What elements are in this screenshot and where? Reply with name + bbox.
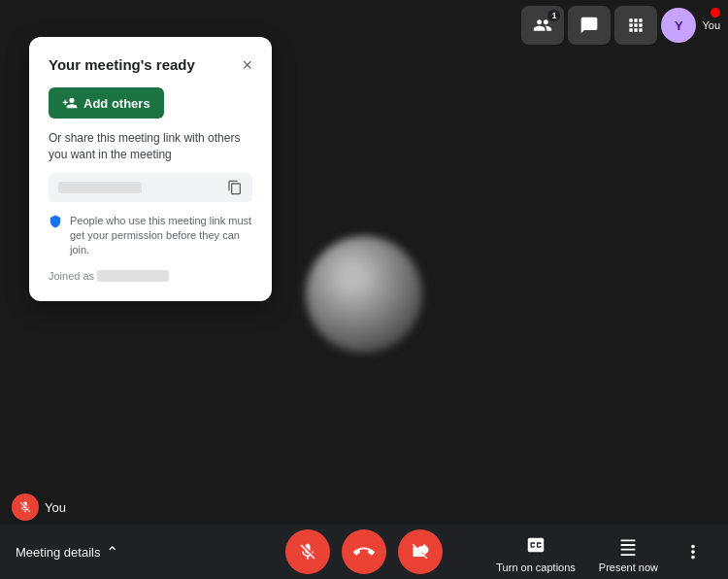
participant-video bbox=[306, 236, 422, 353]
bottom-bar: Meeting details ⌃ Turn on cap bbox=[0, 525, 728, 579]
present-icon bbox=[614, 531, 642, 559]
more-options-button[interactable] bbox=[674, 532, 712, 571]
permission-row: People who use this meeting link must ge… bbox=[49, 214, 252, 258]
present-button[interactable]: Present now bbox=[591, 528, 666, 577]
chat-button[interactable] bbox=[568, 6, 611, 45]
dialog-header: Your meeting's ready × bbox=[49, 56, 252, 74]
dialog-title: Your meeting's ready bbox=[49, 56, 195, 73]
copy-link-button[interactable] bbox=[227, 180, 243, 195]
add-others-button[interactable]: Add others bbox=[49, 87, 164, 119]
meeting-link bbox=[58, 182, 221, 193]
participant-count: 1 bbox=[547, 10, 560, 21]
shield-icon bbox=[49, 215, 62, 231]
participants-button[interactable]: 1 bbox=[521, 6, 564, 45]
mic-off-badge bbox=[12, 494, 39, 521]
joined-as-prefix: Joined as bbox=[49, 270, 94, 282]
joined-as-email bbox=[97, 270, 168, 282]
captions-button[interactable]: Turn on captions bbox=[488, 528, 583, 577]
you-label: You bbox=[702, 19, 720, 31]
controls-center bbox=[285, 529, 443, 574]
end-call-button[interactable] bbox=[342, 529, 386, 574]
you-name: You bbox=[45, 500, 66, 515]
you-bottom-label: You bbox=[12, 494, 66, 521]
blurred-link bbox=[58, 182, 142, 193]
meeting-ready-dialog: Your meeting's ready × Add others Or sha… bbox=[29, 37, 272, 301]
apps-button[interactable] bbox=[614, 6, 657, 45]
captions-label: Turn on captions bbox=[496, 562, 576, 573]
captions-icon bbox=[522, 531, 549, 559]
controls-right: Turn on captions Present now bbox=[488, 528, 712, 577]
top-bar: 1 Y You bbox=[513, 0, 728, 51]
mute-button[interactable] bbox=[285, 529, 330, 574]
user-avatar[interactable]: Y bbox=[661, 8, 696, 43]
chevron-up-icon: ⌃ bbox=[106, 543, 118, 562]
red-dot-indicator bbox=[711, 8, 720, 17]
meeting-details-label: Meeting details bbox=[16, 545, 100, 560]
present-label: Present now bbox=[599, 562, 658, 573]
joined-as-row: Joined as bbox=[49, 270, 252, 282]
meeting-link-row bbox=[49, 173, 252, 202]
meeting-details-button[interactable]: Meeting details ⌃ bbox=[16, 543, 118, 562]
permission-text: People who use this meeting link must ge… bbox=[70, 214, 252, 258]
dialog-close-button[interactable]: × bbox=[242, 56, 252, 74]
camera-off-button[interactable] bbox=[398, 529, 443, 574]
share-link-text: Or share this meeting link with others y… bbox=[49, 130, 252, 163]
